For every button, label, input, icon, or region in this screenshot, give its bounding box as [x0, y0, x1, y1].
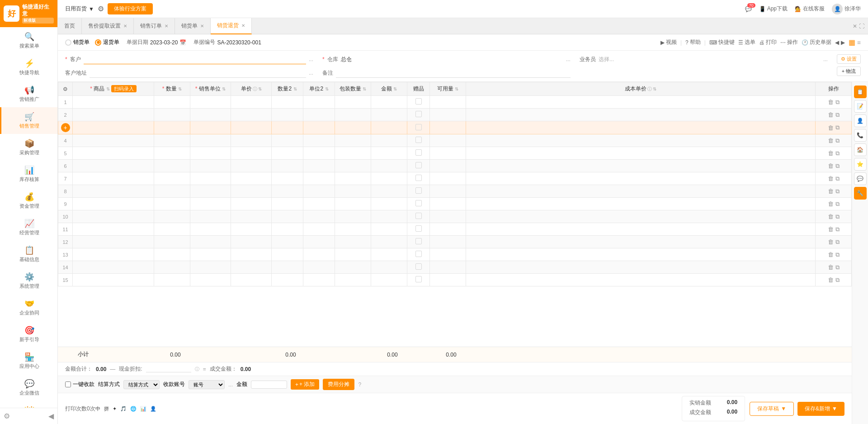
table-cell-gift[interactable] — [407, 223, 430, 236]
sidebar-item-system[interactable]: ⚙️ 系统管理 — [0, 267, 57, 294]
tab-close-sales-order[interactable]: ✕ — [165, 24, 168, 29]
tab-close-sales-return[interactable]: ✕ — [241, 23, 245, 28]
table-cell-goods[interactable] — [73, 198, 154, 210]
save-new-btn[interactable]: 保存&新增 ▼ — [797, 402, 844, 416]
unit2-sort-icon[interactable]: ⇅ — [325, 86, 329, 91]
delete-icon[interactable]: 🗑 — [828, 213, 834, 220]
sidebar-item-purchase[interactable]: 📦 采购管理 — [0, 134, 57, 161]
user-menu[interactable]: 👤 徐泽华 — [832, 4, 861, 14]
radio-delivery[interactable]: 销货单 — [65, 38, 90, 46]
sidebar-item-newbie[interactable]: 🎯 新手引导 — [0, 321, 57, 348]
delete-icon[interactable]: 🗑 — [828, 200, 834, 207]
table-cell-goods[interactable] — [73, 160, 154, 172]
table-cell-goods[interactable] — [73, 223, 154, 236]
right-sidebar-btn-7[interactable]: 💬 — [854, 172, 867, 185]
copy-icon[interactable]: ⧉ — [835, 99, 840, 106]
delete-icon[interactable]: 🗑 — [828, 188, 834, 195]
table-cell-gift[interactable] — [407, 160, 430, 172]
table-cell-gift[interactable] — [407, 96, 430, 109]
discount-info-icon[interactable]: ⓘ — [195, 366, 199, 372]
settings-icon[interactable]: ⚙ — [4, 412, 10, 420]
qty2-sort-icon[interactable]: ⇅ — [293, 86, 297, 91]
table-cell-gift[interactable] — [407, 185, 430, 198]
remark-input[interactable] — [336, 68, 571, 78]
table-cell-goods[interactable] — [73, 236, 154, 248]
discount-input[interactable] — [146, 366, 191, 372]
sidebar-item-appstore[interactable]: 🏪 应用中心 — [0, 348, 57, 374]
copy-icon[interactable]: ⧉ — [835, 111, 840, 119]
table-cell-gift[interactable] — [407, 274, 430, 286]
address-dots[interactable]: ... — [309, 70, 313, 76]
table-cell-goods[interactable] — [73, 134, 154, 147]
delete-icon[interactable]: 🗑 — [828, 175, 834, 182]
tab-sales-delivery[interactable]: 销货单 ✕ — [175, 18, 211, 34]
right-sidebar-btn-4[interactable]: 📞 — [854, 129, 867, 142]
delete-icon[interactable]: 🗑 — [828, 251, 834, 258]
toolbar-operate[interactable]: ⋯ 操作 — [780, 38, 798, 46]
online-service[interactable]: 💁 在线客服 — [795, 5, 825, 13]
delete-icon[interactable]: 🗑 — [828, 238, 834, 245]
prev-record-btn[interactable]: ◀ — [835, 39, 839, 46]
table-cell-gift[interactable] — [407, 147, 430, 160]
table-cell-gift[interactable] — [407, 210, 430, 223]
calendar-icon[interactable]: 📅 — [179, 39, 186, 46]
save-draft-btn[interactable]: 保存草稿 ▼ — [750, 402, 794, 416]
th-gear[interactable]: ⚙ — [58, 82, 73, 96]
add-logistics-button[interactable]: + 物流 — [837, 67, 861, 76]
delete-icon[interactable]: 🗑 — [828, 162, 834, 169]
pkg-sort-icon[interactable]: ⇅ — [363, 86, 366, 91]
gift-checkbox[interactable] — [415, 251, 422, 257]
customer-input[interactable] — [84, 54, 306, 64]
exp-btn[interactable]: 体验行业方案 — [108, 3, 153, 14]
toolbar-help[interactable]: ? 帮助 — [685, 38, 701, 46]
toolbar-shortcut[interactable]: ⌨ 快捷键 — [709, 38, 735, 46]
account-select[interactable]: 账号 — [189, 380, 225, 389]
gift-checkbox[interactable] — [415, 111, 422, 117]
tab-sales-order[interactable]: 销售订单 ✕ — [134, 18, 175, 34]
sidebar-item-operations[interactable]: 📈 经营管理 — [0, 214, 57, 241]
gift-checkbox[interactable] — [415, 187, 422, 194]
scan-btn[interactable]: 扫码录入 — [111, 85, 137, 92]
sidebar-item-shortcut[interactable]: ⚡ 快捷导航 — [0, 54, 57, 81]
payment-amount-input[interactable] — [251, 381, 287, 389]
table-cell-goods[interactable] — [73, 261, 154, 274]
add-row-btn[interactable]: + — [61, 123, 70, 132]
price-info-icon[interactable]: ⓘ — [253, 86, 257, 92]
next-record-btn[interactable]: ▶ — [841, 39, 845, 46]
sidebar-item-search[interactable]: 🔍 搜索菜单 — [0, 27, 57, 54]
sidebar-item-basic[interactable]: 📋 基础信息 — [0, 241, 57, 267]
warehouse-dots[interactable]: ... — [566, 56, 571, 62]
sort-icon[interactable]: ⇅ — [106, 86, 110, 91]
fee-split-btn[interactable]: 费用分摊 — [323, 379, 354, 390]
table-cell-goods[interactable] — [73, 172, 154, 185]
table-cell-goods[interactable] — [73, 121, 154, 134]
table-cell-goods[interactable] — [73, 274, 154, 286]
tab-close-sales-delivery[interactable]: ✕ — [200, 24, 204, 29]
copy-icon[interactable]: ⧉ — [835, 188, 840, 195]
grid-view-btn[interactable]: ▦ — [849, 38, 855, 47]
table-cell-goods[interactable] — [73, 185, 154, 198]
gift-checkbox[interactable] — [415, 200, 422, 206]
right-sidebar-btn-1[interactable]: 📋 — [854, 86, 867, 98]
app-download[interactable]: 📱 App下载 — [759, 5, 788, 13]
gift-checkbox[interactable] — [415, 213, 422, 219]
copy-icon[interactable]: ⧉ — [835, 264, 840, 271]
fee-help-icon[interactable]: ? — [358, 381, 361, 388]
sidebar-item-wechat[interactable]: 💬 企业微信 — [0, 374, 57, 401]
copy-icon[interactable]: ⧉ — [835, 213, 840, 220]
table-cell-goods[interactable] — [73, 96, 154, 109]
gift-checkbox[interactable] — [415, 238, 422, 244]
table-cell-gift[interactable] — [407, 236, 430, 248]
table-cell-gift[interactable] — [407, 134, 430, 147]
tab-close-price-setting[interactable]: ✕ — [123, 24, 127, 29]
address-input[interactable] — [90, 68, 306, 78]
table-cell-gift[interactable] — [407, 109, 430, 121]
sidebar-item-inventory[interactable]: 📊 库存核算 — [0, 161, 57, 187]
right-sidebar-btn-6[interactable]: ⭐ — [854, 158, 867, 171]
copy-icon[interactable]: ⧉ — [835, 276, 840, 284]
close-all-icon[interactable]: ✕ — [853, 23, 857, 29]
industry-dropdown[interactable]: 日用百货 ▼ — [65, 5, 94, 13]
goods-input[interactable] — [75, 124, 152, 131]
one-click-input[interactable] — [65, 381, 71, 387]
gift-checkbox[interactable] — [415, 276, 422, 282]
